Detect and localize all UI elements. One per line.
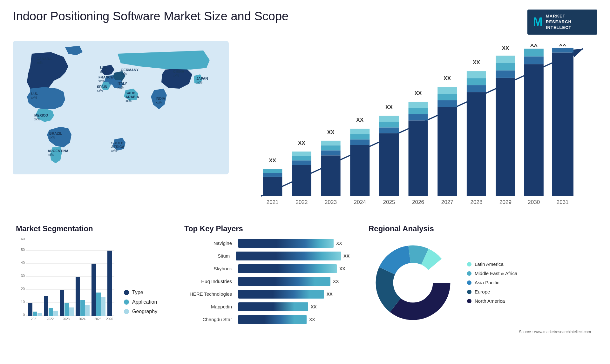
- svg-rect-62: [552, 48, 573, 52]
- player-name-here: HERE Technologies: [184, 291, 235, 297]
- player-row-here: HERE Technologies XX: [184, 289, 349, 299]
- player-bar-fill-huq: [238, 277, 330, 286]
- svg-rect-52: [496, 63, 515, 70]
- donut-center: [396, 265, 430, 300]
- svg-text:50: 50: [21, 248, 25, 252]
- svg-rect-82: [44, 296, 48, 316]
- donut-dot-asiapacific: [467, 280, 471, 285]
- player-bar-here: XX: [238, 289, 349, 299]
- svg-rect-28: [379, 122, 399, 127]
- svg-rect-56: [524, 64, 544, 196]
- svg-text:2026: 2026: [412, 199, 424, 205]
- svg-text:2025: 2025: [94, 317, 102, 321]
- svg-rect-90: [76, 277, 80, 316]
- page-header: Indoor Positioning Software Market Size …: [13, 10, 597, 35]
- svg-text:2024: 2024: [354, 199, 366, 205]
- svg-text:2022: 2022: [47, 317, 54, 321]
- svg-rect-84: [53, 311, 58, 316]
- germany-label: GERMANY: [121, 68, 139, 72]
- svg-text:2027: 2027: [441, 199, 453, 205]
- player-name-navigine: Navigine: [184, 240, 235, 246]
- svg-text:2021: 2021: [267, 199, 279, 205]
- mexico-label: MEXICO: [34, 113, 48, 117]
- spain-value: xx%: [97, 89, 103, 92]
- player-bar-fill-mappedin: [238, 302, 308, 311]
- svg-rect-23: [350, 129, 369, 134]
- logo-letter: M: [533, 15, 543, 29]
- player-row-navigine: Navigine XX: [184, 238, 349, 248]
- canada-label: CANADA: [37, 57, 52, 61]
- france-label: FRANCE: [98, 75, 113, 79]
- argentina-label: ARGENTINA: [48, 149, 68, 153]
- svg-rect-86: [60, 290, 64, 316]
- bottom-row: Market Segmentation 0 10 20 30 40 50 60: [13, 221, 597, 337]
- world-map-svg: CANADA xx% U.S. xx% MEXICO xx% BRAZIL xx…: [13, 41, 229, 174]
- svg-text:20: 20: [21, 287, 25, 291]
- saudi-value: xx%: [125, 99, 132, 103]
- bar-chart-section: XX 2021 XX 2022 XX 2023 XX 2024: [235, 41, 597, 212]
- svg-rect-61: [552, 52, 573, 196]
- svg-text:2028: 2028: [470, 199, 482, 205]
- donut-legend-europe: Europe: [467, 289, 517, 294]
- legend-dot-geography: [124, 309, 129, 314]
- svg-rect-92: [85, 305, 90, 316]
- brazil-label: BRAZIL: [49, 131, 62, 135]
- svg-rect-57: [524, 56, 544, 64]
- player-xx-huq: XX: [333, 279, 339, 284]
- player-bar-fill-chengdu: [238, 315, 307, 324]
- italy-label: ITALY: [118, 82, 127, 85]
- svg-rect-47: [467, 71, 486, 78]
- china-label: CHINA: [173, 70, 184, 73]
- svg-text:40: 40: [21, 261, 25, 265]
- svg-rect-9: [292, 160, 311, 165]
- svg-rect-33: [409, 114, 428, 120]
- svg-rect-4: [263, 173, 282, 177]
- us-label: U.S.: [31, 92, 38, 96]
- logo-text: MARKET RESEARCH INTELLECT: [546, 13, 572, 31]
- svg-rect-91: [80, 300, 85, 316]
- seg-chart-container: 0 10 20 30 40 50 60 2021: [16, 238, 168, 321]
- seg-legend: Type Application Geography: [124, 290, 157, 321]
- segmentation-title: Market Segmentation: [16, 224, 168, 233]
- svg-rect-39: [437, 100, 457, 107]
- svg-rect-16: [321, 145, 341, 150]
- svg-rect-87: [64, 303, 69, 316]
- svg-rect-5: [263, 169, 282, 173]
- player-bar-chengdu: XX: [238, 314, 349, 325]
- svg-rect-10: [292, 156, 311, 160]
- svg-rect-11: [292, 152, 311, 156]
- svg-rect-17: [321, 140, 341, 145]
- argentina-value: xx%: [48, 153, 54, 157]
- source-text: Source : www.marketresearchintellect.com: [369, 330, 591, 334]
- svg-rect-35: [409, 102, 428, 108]
- legend-dot-type: [124, 290, 129, 295]
- world-map-section: CANADA xx% U.S. xx% MEXICO xx% BRAZIL xx…: [13, 41, 229, 174]
- seg-chart-svg: 0 10 20 30 40 50 60 2021: [16, 238, 118, 321]
- svg-rect-15: [321, 150, 341, 155]
- svg-rect-41: [437, 87, 457, 94]
- donut-label-asiapacific: Asia Pacific: [475, 280, 499, 285]
- svg-text:XX: XX: [530, 44, 538, 48]
- svg-rect-32: [409, 120, 428, 196]
- svg-rect-88: [69, 307, 74, 316]
- logo: M MARKET RESEARCH INTELLECT: [527, 10, 597, 35]
- us-value: xx%: [31, 96, 37, 99]
- donut-legend-northamerica: North America: [467, 298, 517, 304]
- legend-label-type: Type: [132, 290, 143, 295]
- donut-container: Latin America Middle East & Africa Asia …: [369, 238, 591, 327]
- svg-text:2031: 2031: [557, 199, 569, 205]
- svg-text:2021: 2021: [31, 317, 38, 321]
- player-bar-fill-situm: [236, 252, 341, 260]
- saudi-label: SAUDI: [125, 91, 136, 95]
- player-name-huq: Huq Industries: [184, 279, 235, 284]
- svg-text:XX: XX: [473, 59, 480, 65]
- bar-chart-svg: XX 2021 XX 2022 XX 2023 XX 2024: [241, 44, 591, 208]
- legend-label-application: Application: [132, 299, 157, 305]
- donut-label-latam: Latin America: [475, 261, 504, 267]
- spain-label: SPAIN: [97, 85, 107, 89]
- player-bar-mappedin: XX: [238, 302, 349, 312]
- player-name-situm: Situm: [184, 253, 233, 259]
- svg-rect-21: [350, 139, 369, 145]
- svg-text:XX: XX: [444, 75, 451, 81]
- main-content: CANADA xx% U.S. xx% MEXICO xx% BRAZIL xx…: [13, 41, 597, 218]
